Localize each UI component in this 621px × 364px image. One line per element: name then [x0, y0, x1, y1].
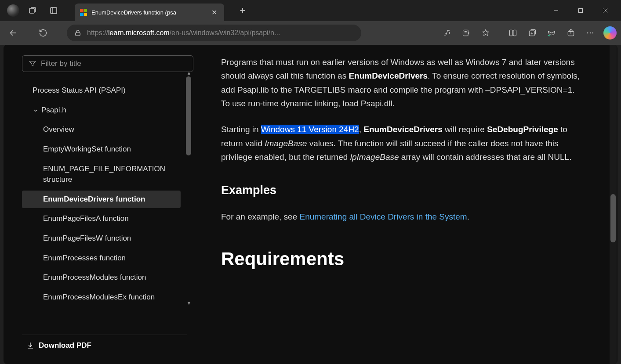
tab-title: EnumDeviceDrivers function (psa — [91, 9, 205, 16]
performance-icon[interactable] — [543, 24, 560, 42]
examples-paragraph: For an example, see Enumerating all Devi… — [221, 210, 582, 223]
nav-enumprocessmodulesex[interactable]: EnumProcessModulesEx function — [22, 288, 181, 306]
highlighted-text: Windows 11 Version 24H2 — [261, 125, 359, 134]
nav-enum-page-file-information[interactable]: ENUM_PAGE_FILE_INFORMATION structure — [22, 160, 181, 189]
svg-point-14 — [590, 32, 591, 34]
nav-enumdevicedrivers[interactable]: EnumDeviceDrivers function — [22, 191, 181, 209]
profile-avatar[interactable] — [7, 4, 19, 17]
svg-rect-4 — [579, 9, 583, 13]
nav-enumpagefilesw[interactable]: EnumPageFilesW function — [22, 230, 181, 248]
titlebar-left: EnumDeviceDrivers function (psa ✕ + — [4, 0, 250, 21]
svg-rect-1 — [51, 7, 57, 14]
sidebar-scroll-thumb[interactable] — [186, 76, 191, 155]
download-icon — [26, 342, 34, 350]
nav-enumprocesses[interactable]: EnumProcesses function — [22, 249, 181, 267]
svg-rect-9 — [510, 30, 513, 36]
nav-emptyworkingset[interactable]: EmptyWorkingSet function — [22, 141, 181, 159]
page-content: Process Status API (PSAPI) Psapi.h Overv… — [4, 45, 617, 364]
maximize-button[interactable] — [568, 0, 593, 21]
paragraph-1: Programs that must run on earlier versio… — [221, 55, 582, 110]
nav-psapi-h[interactable]: Psapi.h — [22, 101, 181, 119]
close-window-button[interactable] — [593, 0, 617, 21]
copilot-icon[interactable] — [603, 26, 617, 40]
docs-sidebar: Process Status API (PSAPI) Psapi.h Overv… — [4, 45, 195, 364]
sidebar-scrollbar[interactable]: ▲ ▼ — [186, 76, 192, 300]
scroll-down-arrow[interactable]: ▼ — [186, 300, 192, 306]
minimize-button[interactable] — [544, 0, 568, 21]
page-scroll-thumb[interactable] — [610, 194, 616, 242]
filter-input[interactable] — [41, 59, 187, 68]
browser-tab[interactable]: EnumDeviceDrivers function (psa ✕ — [75, 4, 224, 21]
address-bar[interactable]: https://learn.microsoft.com/en-us/window… — [67, 25, 361, 41]
browser-toolbar: https://learn.microsoft.com/en-us/window… — [0, 21, 621, 45]
url-text: https://learn.microsoft.com/en-us/window… — [87, 29, 354, 37]
example-link[interactable]: Enumerating all Device Drivers in the Sy… — [299, 212, 467, 221]
workspaces-icon[interactable] — [25, 3, 40, 18]
paragraph-2: Starting in Windows 11 Version 24H2, Enu… — [221, 123, 582, 164]
examples-heading: Examples — [221, 180, 582, 200]
svg-point-15 — [592, 32, 594, 34]
tab-close-button[interactable]: ✕ — [210, 7, 219, 18]
nav-tree[interactable]: Process Status API (PSAPI) Psapi.h Overv… — [22, 82, 187, 335]
page-scrollbar[interactable] — [610, 45, 617, 364]
svg-rect-7 — [76, 32, 80, 36]
svg-rect-0 — [29, 8, 34, 13]
more-icon[interactable] — [581, 24, 599, 42]
svg-point-13 — [587, 32, 588, 34]
favorite-icon[interactable] — [477, 24, 494, 42]
requirements-heading: Requirements — [221, 244, 582, 274]
nav-psapi[interactable]: Process Status API (PSAPI) — [22, 82, 181, 100]
download-pdf-label: Download PDF — [39, 341, 91, 350]
immersive-reader-icon[interactable] — [458, 24, 475, 42]
nav-enumpagefilesa[interactable]: EnumPageFilesA function — [22, 210, 181, 228]
article-body: Programs that must run on earlier versio… — [195, 45, 617, 364]
microsoft-favicon — [80, 9, 87, 16]
filter-box[interactable] — [22, 55, 193, 72]
back-button[interactable] — [4, 24, 22, 42]
tab-actions-icon[interactable] — [46, 3, 62, 18]
scroll-up-arrow[interactable]: ▲ — [186, 70, 192, 76]
refresh-button[interactable] — [34, 24, 52, 42]
lock-icon — [74, 29, 82, 37]
split-screen-icon[interactable] — [504, 24, 522, 42]
download-pdf-button[interactable]: Download PDF — [22, 335, 187, 356]
collections-icon[interactable] — [523, 24, 541, 42]
read-aloud-icon[interactable] — [438, 24, 456, 42]
nav-overview[interactable]: Overview — [22, 121, 181, 139]
filter-icon — [29, 60, 36, 68]
browser-titlebar: EnumDeviceDrivers function (psa ✕ + — [0, 0, 621, 21]
nav-enumprocessmodules[interactable]: EnumProcessModules function — [22, 269, 181, 287]
svg-rect-10 — [513, 30, 516, 36]
new-tab-button[interactable]: + — [236, 4, 250, 18]
share-icon[interactable] — [562, 24, 580, 42]
window-controls — [544, 0, 617, 21]
